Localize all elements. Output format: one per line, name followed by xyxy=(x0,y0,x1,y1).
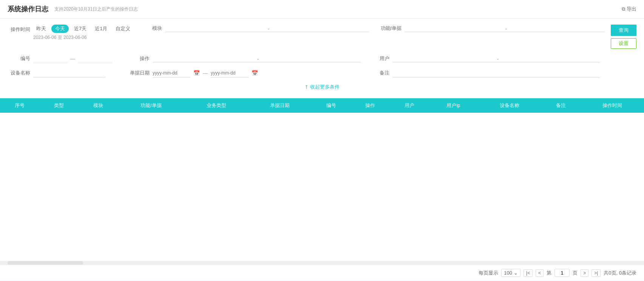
user-select[interactable]: ⌄ xyxy=(392,55,601,62)
scroll-track[interactable] xyxy=(8,261,83,265)
date-from-input[interactable] xyxy=(153,69,190,78)
per-page-chevron-icon: ⌄ xyxy=(514,270,518,276)
page-subtitle: 支持2020年10月31日之后产生的操作日志 xyxy=(54,6,138,12)
table-header: 序号类型模块功能/单据业务类型单据日期编号操作用户用户ip设备名称备注操作时间 xyxy=(0,98,644,113)
table-col-用户: 用户 xyxy=(390,98,429,113)
collapse-icon: ⤒ xyxy=(304,84,309,90)
main-content: 操作时间 昨天 今天 近7天 近1月 自定义 2023-06-06 至 2023… xyxy=(0,19,644,281)
module-label: 模块 xyxy=(139,25,162,32)
calendar-to-icon[interactable]: 📅 xyxy=(252,70,258,76)
calendar-from-icon[interactable]: 📅 xyxy=(193,70,200,76)
table-col-功能/单据: 功能/单据 xyxy=(117,98,184,113)
table-col-备注: 备注 xyxy=(541,98,581,113)
page-size-select[interactable]: 100 ⌄ xyxy=(501,269,520,277)
table-col-操作: 操作 xyxy=(351,98,390,113)
table-col-业务类型: 业务类型 xyxy=(184,98,248,113)
number-to-input[interactable] xyxy=(78,54,112,63)
time-btn-7days[interactable]: 近7天 xyxy=(71,25,90,33)
empty-area xyxy=(0,113,644,245)
table-col-编号: 编号 xyxy=(312,98,351,113)
function-label: 功能/单据 xyxy=(375,25,402,32)
time-btn-today[interactable]: 今天 xyxy=(51,25,69,33)
operation-label: 操作 xyxy=(127,55,150,62)
table-section: 序号类型模块功能/单据业务类型单据日期编号操作用户用户ip设备名称备注操作时间 xyxy=(0,98,644,261)
page-header: 系统操作日志 支持2020年10月31日之后产生的操作日志 ⧉ 导出 xyxy=(0,0,644,19)
user-label: 用户 xyxy=(367,55,389,62)
time-btn-custom[interactable]: 自定义 xyxy=(113,25,133,33)
date-to-input[interactable] xyxy=(211,69,249,78)
scroll-bar-area[interactable] xyxy=(0,261,644,265)
device-label: 设备名称 xyxy=(8,70,30,76)
remark-input[interactable] xyxy=(392,68,601,78)
device-input[interactable] xyxy=(33,68,105,78)
collapse-button[interactable]: ⤒ 收起更多条件 xyxy=(304,82,340,92)
table-col-操作时间: 操作时间 xyxy=(581,98,644,113)
export-button[interactable]: ⧉ 导出 xyxy=(622,6,636,12)
table-col-用户ip: 用户ip xyxy=(429,98,478,113)
action-buttons: 查询 设置 xyxy=(611,25,636,49)
operation-select[interactable]: ⌄ xyxy=(153,55,361,62)
user-chevron-icon: ⌄ xyxy=(496,56,600,61)
time-filter-group: 昨天 今天 近7天 近1月 自定义 2023-06-06 至 2023-06-0… xyxy=(33,25,133,41)
date-label: 单据日期 xyxy=(127,70,150,76)
per-page-value: 100 xyxy=(504,270,512,276)
page-suffix: 页 xyxy=(573,270,578,276)
module-chevron-icon: ⌄ xyxy=(267,26,369,30)
time-btn-yesterday[interactable]: 昨天 xyxy=(33,25,49,33)
last-page-button[interactable]: >| xyxy=(591,269,601,277)
collapse-label: 收起更多条件 xyxy=(310,84,340,90)
page-title: 系统操作日志 xyxy=(8,5,48,14)
time-range-text: 2023-06-06 至 2023-06-06 xyxy=(33,34,133,41)
time-buttons: 昨天 今天 近7天 近1月 自定义 xyxy=(33,25,133,33)
per-page-label: 每页显示 xyxy=(479,270,498,276)
export-icon: ⧉ xyxy=(622,6,625,12)
pagination-bar: 每页显示 100 ⌄ |< < 第 页 > >| 共0页, 0条记录 xyxy=(0,265,644,281)
query-button[interactable]: 查询 xyxy=(611,25,636,36)
table-header-row: 序号类型模块功能/单据业务类型单据日期编号操作用户用户ip设备名称备注操作时间 xyxy=(0,98,644,113)
table-col-序号: 序号 xyxy=(0,98,39,113)
filter-section: 操作时间 昨天 今天 近7天 近1月 自定义 2023-06-06 至 2023… xyxy=(0,19,644,98)
table-col-类型: 类型 xyxy=(39,98,79,113)
operation-chevron-icon: ⌄ xyxy=(256,56,360,61)
first-page-button[interactable]: |< xyxy=(524,269,533,277)
next-page-button[interactable]: > xyxy=(581,269,588,277)
module-select[interactable]: ⌄ xyxy=(165,25,369,32)
function-chevron-icon: ⌄ xyxy=(505,26,605,30)
function-select[interactable]: ⌄ xyxy=(405,25,605,32)
settings-button[interactable]: 设置 xyxy=(611,38,636,49)
date-dash: — xyxy=(203,70,208,76)
number-dash: — xyxy=(70,56,75,62)
number-label: 编号 xyxy=(8,55,30,62)
table-col-模块: 模块 xyxy=(79,98,118,113)
prev-page-button[interactable]: < xyxy=(536,269,544,277)
remark-label: 备注 xyxy=(367,70,389,76)
time-btn-1month[interactable]: 近1月 xyxy=(92,25,110,33)
number-from-input[interactable] xyxy=(33,54,67,63)
export-label: 导出 xyxy=(627,6,636,12)
page-input[interactable] xyxy=(554,269,570,277)
page-label: 第 xyxy=(547,270,551,276)
time-label: 操作时间 xyxy=(8,25,30,33)
table-col-单据日期: 单据日期 xyxy=(248,98,312,113)
total-label: 共0页, 0条记录 xyxy=(604,270,636,276)
table-col-设备名称: 设备名称 xyxy=(478,98,541,113)
data-table: 序号类型模块功能/单据业务类型单据日期编号操作用户用户ip设备名称备注操作时间 xyxy=(0,98,644,113)
